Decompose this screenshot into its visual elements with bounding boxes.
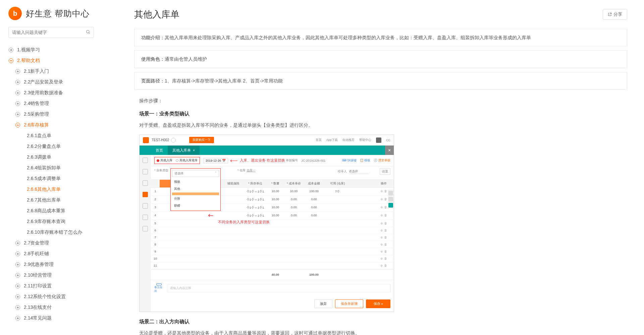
nav-2-13[interactable]: 2.13在线支付 xyxy=(8,302,94,313)
nav-2-6-2[interactable]: 2.6.2分量盘点单 xyxy=(8,141,94,152)
annotation-1: 入库、退出业务 在这里切换 xyxy=(240,158,285,163)
site-title: 好生意 帮助中心 xyxy=(26,8,90,19)
nav-2-6-7[interactable]: 2.6.7其他出库单 xyxy=(8,195,94,206)
link-tpl: 📋 模板 xyxy=(360,158,371,163)
main-content: 其他入库单 分享 功能介绍：其他入库单用来处理除采购入库、产成品入库之外的其他入… xyxy=(101,0,644,335)
plus-icon xyxy=(8,47,14,53)
doc-no: JC-20191226-001 xyxy=(301,159,325,162)
panel-close-icon: × xyxy=(385,146,394,155)
shot-tab-active: 其他入库单× xyxy=(168,146,200,155)
table-row: 6⊕ 🗑 xyxy=(151,227,394,234)
table-row: 4个1个 = 1个110.000.000.00⊕ 🗑 xyxy=(151,212,394,220)
shot-content: 其他入库 其他入库退库 2019-12-26 📅 ⟵ 入库、退出业务 在这里切换… xyxy=(151,155,394,312)
steps-label: 操作步骤： xyxy=(139,98,627,104)
plus-icon xyxy=(15,101,20,106)
nav-2-9[interactable]: 2.9优惠券管理 xyxy=(8,259,94,270)
nav-tree: 1.视频学习 2.帮助文档 2.1新手入门 2.2产品安装及登录 2.3使用前数… xyxy=(8,45,94,324)
table-row: 10⊕ 🗑 xyxy=(151,255,394,262)
shot-tab-home: 首页 xyxy=(151,146,168,155)
nav-2-5[interactable]: 2.5采购管理 xyxy=(8,109,94,120)
table-row: 5⊕ 🗑 xyxy=(151,220,394,227)
link-hist: 🕘 历史单据 xyxy=(374,158,390,163)
rail-icon xyxy=(143,215,148,220)
nav-2-12[interactable]: 2.12系统个性化设置 xyxy=(8,291,94,302)
nav-2-6-9[interactable]: 2.6.9库存账本查询 xyxy=(8,216,94,227)
plus-icon xyxy=(15,294,20,299)
nav-2-6-4[interactable]: 2.6.4组装拆卸单 xyxy=(8,163,94,173)
nav-2-6-1[interactable]: 2.6.1盘点单 xyxy=(8,130,94,141)
search-icon[interactable] xyxy=(86,30,91,35)
dd-item: 获赠 xyxy=(172,202,219,209)
path-box: 页面路径：1、库存核算->库存管理->其他入库单 2、首页->常用功能 xyxy=(134,72,627,90)
table-row: 7⊕ 🗑 xyxy=(151,234,394,241)
nav-2-6[interactable]: 2.6库存核算 xyxy=(8,120,94,130)
shot-left-rail xyxy=(140,155,151,312)
share-label: 分享 xyxy=(613,11,622,17)
save-button: 保存▾ xyxy=(366,299,390,308)
plus-icon xyxy=(15,69,20,74)
minus-icon xyxy=(15,122,20,128)
logo-icon: b xyxy=(8,7,22,20)
save-add-button: 保存并新增 xyxy=(335,299,363,308)
nav-video-learning[interactable]: 1.视频学习 xyxy=(8,45,94,55)
nav-2-4[interactable]: 2.4销售管理 xyxy=(8,98,94,109)
nav-2-10[interactable]: 2.10经营管理 xyxy=(8,270,94,281)
nav-2-1[interactable]: 2.1新手入门 xyxy=(8,66,94,77)
page-title: 其他入库单 xyxy=(134,8,179,20)
red-box-dropdown: 请选择˅ 报损 其他 分拆 获赠 xyxy=(170,168,221,211)
page-header: 其他入库单 分享 xyxy=(134,8,627,20)
plus-icon xyxy=(15,90,20,96)
chevron-down-icon: ▾ xyxy=(381,302,383,305)
shot-help: 帮助中心 xyxy=(359,138,371,142)
discard-button: 放弃 xyxy=(314,299,332,308)
logo-area: b 好生意 帮助中心 xyxy=(8,7,94,20)
nav-2-6-3[interactable]: 2.6.3调拨单 xyxy=(8,152,94,163)
radio-icon xyxy=(176,159,178,162)
nav-2-14[interactable]: 2.14常见问题 xyxy=(8,313,94,324)
plus-icon xyxy=(15,79,20,85)
plus-icon xyxy=(15,283,20,289)
scene1-title: 场景一：业务类型确认 xyxy=(139,111,627,117)
path-text: 1、库存核算->库存管理->其他入库单 2、首页->常用功能 xyxy=(165,78,283,83)
nav-2-6-5[interactable]: 2.6.5成本调整单 xyxy=(8,173,94,184)
rail-icon xyxy=(143,226,148,231)
search-input[interactable] xyxy=(8,27,94,38)
dd-item: 其他 xyxy=(172,185,219,192)
shot-app: App下载 xyxy=(326,138,338,142)
nav-help-docs[interactable]: 2.帮助文档 xyxy=(8,55,94,66)
nav-2-7[interactable]: 2.7资金管理 xyxy=(8,238,94,248)
shot-buy-button: 我要购买一下 xyxy=(189,137,214,143)
shot-footer: 放弃 保存并新增 保存▾ xyxy=(151,296,394,312)
shot-logo-icon xyxy=(143,137,149,143)
svg-point-0 xyxy=(87,30,89,33)
dd-item-selected xyxy=(172,192,219,195)
shot-test-label: TEST-H002 xyxy=(152,138,169,142)
shot-home: 首页 xyxy=(316,138,322,142)
plus-icon xyxy=(15,251,20,257)
red-box-radio: 其他入库 其他入库退库 xyxy=(154,157,200,164)
nav-2-6-10[interactable]: 2.6.10库存账本错了怎么办 xyxy=(8,227,94,238)
rail-icon xyxy=(143,169,148,174)
date-field: 2019-12-26 📅 xyxy=(203,158,228,163)
share-button[interactable]: 分享 xyxy=(603,9,627,20)
intro-label: 功能介绍： xyxy=(141,35,165,40)
rail-icon xyxy=(143,180,148,186)
tool-icon xyxy=(388,197,393,202)
path-label: 页面路径： xyxy=(141,78,165,83)
nav-2-8[interactable]: 2.8手机旺铺 xyxy=(8,248,94,259)
nav-2-2[interactable]: 2.2产品安装及登录 xyxy=(8,77,94,88)
shot-header-row: 其他入库 其他入库退库 2019-12-26 📅 ⟵ 入库、退出业务 在这里切换… xyxy=(151,155,394,166)
share-icon xyxy=(608,12,612,16)
nav-2-6-8[interactable]: 2.6.8商品成本重算 xyxy=(8,206,94,216)
refresh-icon xyxy=(171,138,176,143)
dd-item: 分拆 xyxy=(172,195,219,202)
biz-type-label: * 业务类型 xyxy=(154,168,168,173)
nav-2-11[interactable]: 2.11打印设置 xyxy=(8,281,94,291)
tool-icon xyxy=(388,203,393,208)
table-row: 9⊕ 🗑 xyxy=(151,248,394,255)
plus-icon xyxy=(15,262,20,267)
nav-2-6-6[interactable]: 2.6.6其他入库单 xyxy=(8,184,94,195)
radio-icon xyxy=(157,159,159,162)
link-fast: ⌨ 快捷键 xyxy=(342,158,357,163)
nav-2-3[interactable]: 2.3使用前数据准备 xyxy=(8,88,94,98)
